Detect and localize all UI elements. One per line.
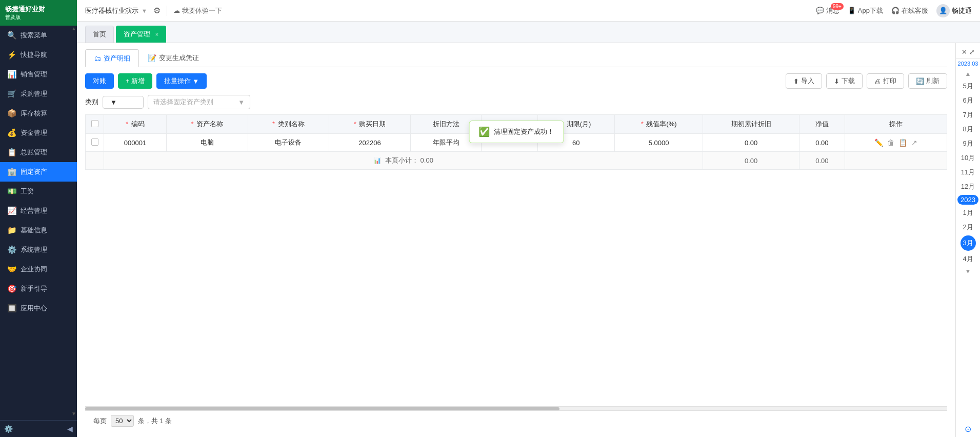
- subtotal-icon: 📊: [373, 157, 381, 164]
- subtotal-empty-checkbox: [86, 152, 104, 170]
- sidebar-item-fixed-assets[interactable]: 🏢 固定资产: [0, 162, 77, 182]
- import-icon: ⬆: [793, 77, 799, 85]
- header-category-label: 类别名称: [278, 120, 305, 128]
- message-button[interactable]: 💬 消息 99+: [816, 6, 839, 15]
- month-2[interactable]: 2月: [956, 220, 980, 234]
- collapse-icon[interactable]: ◀: [67, 425, 73, 433]
- import-button[interactable]: ⬆ 导入: [786, 73, 822, 89]
- asset-detail-icon: 🗂: [94, 54, 101, 63]
- panel-nav-down[interactable]: ▼: [965, 266, 971, 276]
- panel-nav-up[interactable]: ▲: [965, 69, 971, 79]
- funds-icon: 💰: [7, 128, 16, 137]
- year-2023-marker[interactable]: 2023: [957, 195, 978, 205]
- subtab-asset-detail[interactable]: 🗂 资产明细: [85, 49, 139, 67]
- app-name: 畅捷通好业财: [5, 5, 45, 14]
- sidebar-item-sales[interactable]: 📊 销售管理: [0, 65, 77, 84]
- ledger-icon: 📋: [7, 148, 16, 157]
- purchase-icon: 🛒: [7, 89, 16, 98]
- sidebar: 畅捷通好业财 普及版 ▲ ▼ 🔍 搜索菜单 ⚡ 快捷导航 📊 销售管理 🛒 采购…: [0, 0, 77, 437]
- experience-button[interactable]: ☁ 我要体验一下: [173, 6, 222, 15]
- guide-icon: 🎯: [7, 284, 16, 293]
- category-type-select[interactable]: ▼: [103, 96, 144, 109]
- company-settings-icon[interactable]: ⚙: [153, 6, 161, 15]
- change-voucher-icon: 📝: [148, 54, 156, 62]
- sidebar-item-ledger[interactable]: 📋 总账管理: [0, 143, 77, 162]
- app-download-button[interactable]: 📱 App下载: [848, 6, 883, 15]
- row-checkbox[interactable]: [91, 138, 98, 146]
- month-3-active[interactable]: 3月: [961, 235, 976, 251]
- user-menu[interactable]: 👤 畅捷通: [936, 4, 972, 17]
- refresh-icon: 🔄: [916, 77, 924, 85]
- subtab-change-voucher[interactable]: 📝 变更生成凭证: [139, 49, 208, 67]
- month-5[interactable]: 5月: [956, 79, 980, 93]
- new-button[interactable]: + 新增: [118, 73, 152, 89]
- sidebar-label-ledger: 总账管理: [21, 148, 47, 157]
- download-icon: 📱: [848, 7, 856, 14]
- main-area: 医疗器械行业演示 ▼ ⚙ ☁ 我要体验一下 💬 消息 99+ 📱 App下载 🎧…: [77, 0, 980, 437]
- panel-expand-icon[interactable]: ⤢: [969, 48, 975, 56]
- month-9[interactable]: 9月: [956, 136, 980, 151]
- sidebar-item-funds[interactable]: 💰 资金管理: [0, 123, 77, 143]
- page-size-select[interactable]: 50: [111, 415, 134, 427]
- panel-scroll-indicator[interactable]: ⊙: [965, 424, 971, 434]
- month-1[interactable]: 1月: [956, 206, 980, 220]
- fixed-assets-icon: 🏢: [7, 167, 16, 176]
- header-net-value-label: 净值: [815, 120, 829, 128]
- message-badge: 99+: [831, 3, 844, 10]
- online-service-button[interactable]: 🎧 在线客服: [891, 6, 928, 15]
- tab-home[interactable]: 首页: [85, 26, 114, 43]
- category-dropdown-icon: ▼: [238, 98, 245, 106]
- delete-icon[interactable]: 🗑: [887, 138, 894, 147]
- system-icon: ⚙️: [7, 245, 16, 254]
- new-label: + 新增: [126, 76, 145, 86]
- download-button[interactable]: ⬇ 下载: [826, 73, 863, 89]
- month-7[interactable]: 7月: [956, 108, 980, 122]
- avatar: 👤: [936, 4, 950, 17]
- sidebar-nav: 🔍 搜索菜单 ⚡ 快捷导航 📊 销售管理 🛒 采购管理 📦 库存核算 💰 资金管…: [0, 26, 77, 420]
- select-all-checkbox[interactable]: [91, 120, 98, 127]
- sidebar-item-purchase[interactable]: 🛒 采购管理: [0, 84, 77, 104]
- settings-icon[interactable]: ⚙️: [4, 425, 13, 433]
- sidebar-item-guide[interactable]: 🎯 新手引导: [0, 279, 77, 299]
- tab-home-label: 首页: [93, 30, 106, 38]
- tab-close-icon[interactable]: ×: [155, 31, 158, 37]
- month-4[interactable]: 4月: [956, 252, 980, 266]
- sidebar-item-payroll[interactable]: 💵 工资: [0, 182, 77, 201]
- sidebar-item-ops[interactable]: 📈 经营管理: [0, 201, 77, 221]
- more-icon[interactable]: ↗: [911, 138, 917, 147]
- row-net-value: 0.00: [799, 134, 845, 152]
- category-input[interactable]: 请选择固定资产类别 ▼: [148, 95, 250, 109]
- month-10[interactable]: 10月: [956, 151, 980, 165]
- sidebar-item-quick-nav[interactable]: ⚡ 快捷导航: [0, 45, 77, 65]
- avatar-icon: 👤: [939, 7, 947, 14]
- row-actions: ✏️ 🗑 📋 ↗: [845, 134, 947, 152]
- company-selector[interactable]: 医疗器械行业演示 ▼: [85, 6, 147, 15]
- sidebar-label-guide: 新手引导: [21, 284, 47, 293]
- horizontal-scrollbar[interactable]: [85, 406, 947, 410]
- month-8[interactable]: 8月: [956, 122, 980, 136]
- sidebar-scroll-down[interactable]: ▼: [71, 411, 76, 416]
- sidebar-label-inventory: 库存核算: [21, 109, 47, 118]
- copy-icon[interactable]: 📋: [898, 138, 907, 147]
- month-6[interactable]: 6月: [956, 93, 980, 108]
- month-12[interactable]: 12月: [956, 180, 980, 194]
- batch-ops-button[interactable]: 批量操作 ▼: [156, 73, 207, 89]
- sidebar-item-collab[interactable]: 🤝 企业协同: [0, 260, 77, 279]
- reconcile-button[interactable]: 对账: [85, 73, 114, 89]
- edit-icon[interactable]: ✏️: [874, 138, 883, 147]
- scrollbar-thumb[interactable]: [85, 407, 559, 410]
- sidebar-item-inventory[interactable]: 📦 库存核算: [0, 104, 77, 123]
- sidebar-item-app-center[interactable]: 🔲 应用中心: [0, 299, 77, 318]
- sidebar-scroll-up[interactable]: ▲: [71, 26, 76, 31]
- print-button[interactable]: 🖨 打印: [867, 73, 904, 89]
- tab-asset-mgmt[interactable]: 资产管理 ×: [116, 26, 166, 43]
- panel-close-icon[interactable]: ✕: [962, 48, 967, 56]
- month-11[interactable]: 11月: [956, 165, 980, 180]
- topbar: 医疗器械行业演示 ▼ ⚙ ☁ 我要体验一下 💬 消息 99+ 📱 App下载 🎧…: [77, 0, 980, 22]
- refresh-button[interactable]: 🔄 刷新: [908, 73, 947, 89]
- sidebar-label-system: 系统管理: [21, 245, 47, 254]
- sidebar-item-system[interactable]: ⚙️ 系统管理: [0, 240, 77, 260]
- sidebar-item-basic-info[interactable]: 📁 基础信息: [0, 221, 77, 240]
- header-residual-rate: * 残值率(%): [614, 115, 703, 134]
- sidebar-item-search[interactable]: 🔍 搜索菜单: [0, 26, 77, 45]
